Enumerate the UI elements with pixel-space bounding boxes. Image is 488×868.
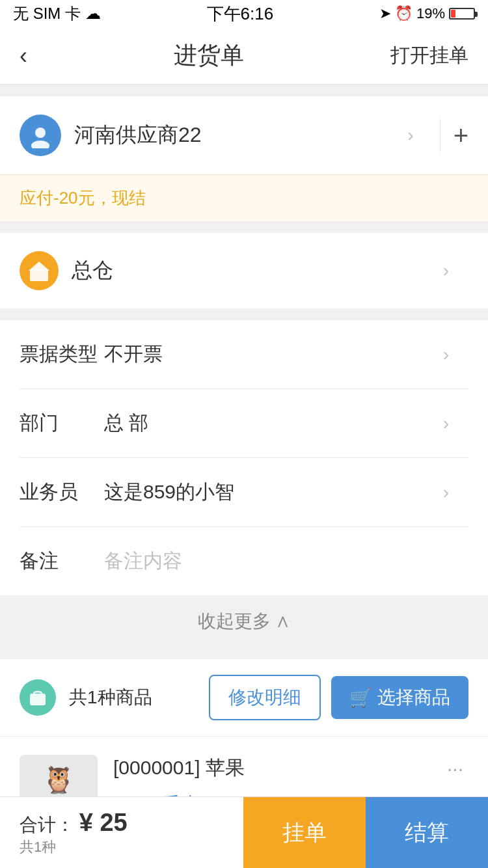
warehouse-card[interactable]: 总仓 › [0, 233, 488, 308]
svg-marker-3 [29, 262, 49, 271]
product-count: 共1种商品 [69, 685, 209, 710]
supplier-card: 河南供应商22 › + 应付-20元，现结 [0, 96, 488, 221]
invoice-label: 票据类型 [20, 341, 104, 368]
gap-2 [0, 221, 488, 233]
bottom-bar: 合计： ¥ 25 共1种 挂单 结算 [0, 796, 488, 868]
svg-rect-4 [30, 694, 46, 705]
open-hold-button[interactable]: 打开挂单 [390, 42, 468, 69]
salesperson-row[interactable]: 业务员 这是859的小智 › [0, 458, 488, 526]
gap-4 [0, 647, 488, 659]
cart-icon: 🛒 [349, 687, 372, 709]
nav-bar: ‹ 进货单 打开挂单 [0, 27, 488, 85]
main-content: 河南供应商22 › + 应付-20元，现结 总仓 › 票据类型 不开票 [0, 85, 488, 868]
collapse-label: 收起更多 ∧ [198, 609, 291, 634]
invoice-value: 不开票 [104, 341, 443, 368]
salesperson-chevron-icon: › [443, 482, 449, 503]
product-code: [0000001] [113, 757, 200, 778]
status-bar: 无 SIM 卡 ☁ 下午6:16 ➤ ⏰ 19% [0, 0, 488, 27]
dept-value: 总 部 [104, 410, 443, 437]
remark-placeholder[interactable]: 备注内容 [104, 548, 182, 575]
notice-bar: 应付-20元，现结 [0, 174, 488, 221]
supplier-avatar [20, 115, 61, 156]
location-icon: ➤ [379, 5, 391, 22]
form-card: 票据类型 不开票 › 部门 总 部 › 业务员 这是859的小智 › 备注 备注… [0, 320, 488, 595]
supplier-row[interactable]: 河南供应商22 › + [0, 96, 488, 174]
invoice-row[interactable]: 票据类型 不开票 › [0, 320, 488, 388]
warehouse-icon [20, 251, 59, 290]
dept-row[interactable]: 部门 总 部 › [0, 389, 488, 457]
page-title: 进货单 [174, 40, 244, 72]
product-title: 苹果 [206, 757, 245, 778]
svg-rect-2 [30, 269, 48, 281]
dept-chevron-icon: › [443, 413, 449, 434]
status-left: 无 SIM 卡 ☁ [13, 3, 101, 24]
select-product-button[interactable]: 🛒 选择商品 [331, 676, 468, 719]
more-options-button[interactable]: ··· [442, 755, 468, 782]
checkout-button[interactable]: 结算 [366, 797, 488, 868]
salesperson-value: 这是859的小智 [104, 479, 443, 506]
back-button[interactable]: ‹ [20, 42, 27, 70]
total-count: 共1种 [20, 837, 224, 857]
divider [440, 119, 441, 152]
status-time: 下午6:16 [207, 3, 274, 25]
hold-button[interactable]: 挂单 [243, 797, 366, 868]
total-amount: ¥ 25 [79, 809, 128, 836]
warehouse-chevron-icon: › [443, 260, 449, 281]
remark-row[interactable]: 备注 备注内容 [0, 527, 488, 595]
total-row: 合计： ¥ 25 [20, 809, 224, 837]
product-icon [20, 679, 56, 716]
warehouse-name: 总仓 [72, 256, 443, 285]
salesperson-label: 业务员 [20, 479, 104, 506]
edit-detail-button[interactable]: 修改明细 [209, 675, 321, 720]
remark-label: 备注 [20, 548, 104, 575]
product-name: [0000001] 苹果 [113, 755, 442, 781]
status-right: ➤ ⏰ 19% [379, 5, 475, 22]
collapse-bar[interactable]: 收起更多 ∧ [0, 595, 488, 647]
signal-text: 无 SIM 卡 ☁ [13, 3, 101, 24]
warehouse-row[interactable]: 总仓 › [0, 233, 488, 308]
chevron-right-icon: › [407, 125, 413, 146]
total-section: 合计： ¥ 25 共1种 [0, 797, 243, 868]
dept-label: 部门 [20, 410, 104, 437]
gap-1 [0, 85, 488, 96]
svg-point-1 [31, 141, 49, 148]
gap-3 [0, 308, 488, 320]
battery-text: 19% [416, 5, 445, 22]
supplier-name: 河南供应商22 [74, 121, 407, 150]
invoice-chevron-icon: › [443, 344, 449, 365]
select-btn-label: 选择商品 [377, 685, 450, 710]
alarm-icon: ⏰ [395, 5, 413, 22]
add-button[interactable]: + [454, 121, 468, 150]
total-label: 合计： [20, 815, 74, 835]
battery-icon [449, 8, 475, 20]
svg-point-0 [35, 128, 46, 138]
product-header: 共1种商品 修改明细 🛒 选择商品 [0, 659, 488, 736]
